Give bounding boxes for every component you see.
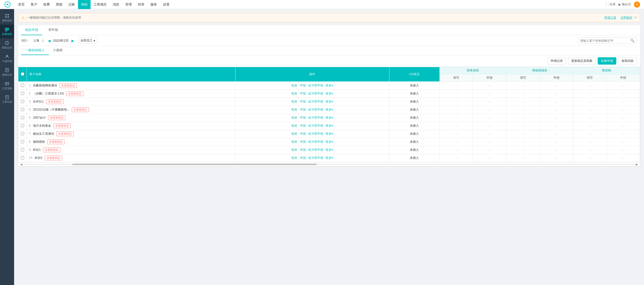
staff-select[interactable]: 全部员工 ▾ [78,37,97,44]
row-checkbox-8[interactable] [21,148,24,151]
op-link-declare[interactable]: 申报 [300,116,306,119]
collect-receipt-btn[interactable]: 收取回执 [618,57,637,65]
nav-settings[interactable]: 设置 [160,0,173,9]
op-link-zero-declare[interactable]: 设为零申报 [308,108,323,111]
row-checkbox-9[interactable] [21,156,24,159]
op-link-tax-form[interactable]: 税表 [291,84,297,87]
op-link-more[interactable]: 更多▾ [326,140,333,144]
nav-invoice[interactable]: 票据 [53,0,65,9]
nav-ledger[interactable]: 记账 [65,0,78,9]
op-link-tax-form[interactable]: 税表 [291,132,297,135]
svg-rect-2 [8,14,9,15]
op-link-zero-declare[interactable]: 设为零申报 [308,116,323,119]
row-checkbox-2[interactable] [21,100,24,103]
nav-home[interactable]: 首页 [15,0,28,9]
op-link-tax-form[interactable]: 税表 [291,140,297,144]
row-checkbox-5[interactable] [21,124,24,127]
row-checkbox-3[interactable] [21,108,24,111]
op-link-declare[interactable]: 申报 [300,84,306,87]
op-link-declare[interactable]: 申报 [300,148,306,152]
notice-link-2[interactable]: 立即购买 [620,16,632,20]
row-checkbox-0[interactable] [21,84,24,87]
op-link-tax-form[interactable]: 税表 [291,124,297,127]
row-checkbox-6[interactable] [21,132,24,135]
sidebar-item-settlement[interactable]: 汇算清缴 [0,79,14,92]
nav-customer[interactable]: 客户 [28,0,40,9]
nav-messages[interactable]: 消息 [110,0,122,9]
vip-btn[interactable]: ▶ 畅会员 [619,2,631,7]
type-tab-small[interactable]: 小规模 [49,46,67,55]
op-link-more[interactable]: 更多▾ [326,156,333,160]
horizontal-scrollbar[interactable]: ◀ ▶ [18,162,640,166]
search-input[interactable] [578,38,628,43]
op-link-tax-form[interactable]: 税表 [291,108,297,111]
op-link-declare[interactable]: 申报 [300,108,306,111]
nav-billing[interactable]: 收费 [40,0,53,9]
user-avatar[interactable]: 用 [634,2,640,8]
date-prev-btn[interactable]: ◀ [47,38,52,43]
sidebar-label-batch-tax: 批量报税 [2,33,12,36]
svg-point-9 [6,55,8,57]
op-link-zero-declare[interactable]: 设为零申报 [308,92,323,95]
fullscreen-btn[interactable]: ⛶ 全屏 [606,2,616,7]
batch-declare-btn[interactable]: 批量申报 [598,57,616,65]
op-link-more[interactable]: 更多▾ [326,124,333,127]
op-link-declare[interactable]: 申报 [300,156,306,160]
op-link-zero-declare[interactable]: 设为零申报 [308,140,323,144]
row-other-report: — [607,106,640,114]
region-info-icon[interactable]: ℹ [42,39,44,42]
nav-operations[interactable]: 经营 [135,0,147,9]
row-number: 10 [29,156,32,160]
search-button[interactable]: 🔍 [628,38,637,43]
nav-services[interactable]: 服务 [147,0,160,9]
sidebar-item-overview[interactable]: 报税总览 [0,38,14,52]
notice-close-btn[interactable]: × [634,15,637,20]
sidebar-item-annual-report[interactable]: 工商年报 [0,92,14,106]
row-checkbox-7[interactable] [21,140,24,143]
date-next-btn[interactable]: ▶ [70,38,75,43]
sidebar-item-personal-tax[interactable]: 个税申报 [0,52,14,65]
op-link-more[interactable]: 更多▾ [326,108,333,111]
op-link-more[interactable]: 更多▾ [326,132,333,135]
type-tab-general[interactable]: 一般的纳税人 [21,46,49,55]
tab-zero-declaration[interactable]: 零申报 [44,25,62,35]
op-link-tax-form[interactable]: 税表 [291,100,297,103]
sidebar-item-tax-records[interactable]: 报税记录 [0,65,14,79]
notice-link-1[interactable]: 申报汇签 [604,16,616,20]
op-link-declare[interactable]: 申报 [300,100,306,103]
op-link-zero-declare[interactable]: 设为零申报 [308,100,323,103]
scroll-left-arrow[interactable]: ◀ [20,163,22,166]
update-tax-btn[interactable]: 更新税定及取数 [568,57,596,65]
row-customer-name: 科目1 [33,148,41,152]
select-all-checkbox[interactable] [21,72,24,76]
op-link-declare[interactable]: 申报 [300,92,306,95]
op-link-tax-form[interactable]: 税表 [291,148,297,152]
op-link-declare[interactable]: 申报 [300,140,306,144]
op-link-more[interactable]: 更多▾ [326,148,333,152]
op-link-zero-declare[interactable]: 设为零申报 [308,124,323,127]
op-link-more[interactable]: 更多▾ [326,116,333,119]
op-link-more[interactable]: 更多▾ [326,92,333,95]
declaration-records-btn[interactable]: 申报记录 [547,57,566,65]
op-link-declare[interactable]: 申报 [300,132,306,135]
sidebar-item-tax-settings[interactable]: 报税设置 [0,11,14,25]
op-link-more[interactable]: 更多▾ [326,84,333,87]
nav-management[interactable]: 管理 [122,0,135,9]
op-link-tax-form[interactable]: 税表 [291,92,297,95]
op-link-more[interactable]: 更多▾ [326,100,333,103]
tab-tax-declaration[interactable]: 税款申报 [21,25,42,35]
nav-tax[interactable]: 报税 [78,0,91,9]
op-link-zero-declare[interactable]: 设为零申报 [308,148,323,152]
scroll-right-arrow[interactable]: ▶ [636,163,638,166]
op-link-zero-declare[interactable]: 设为零申报 [308,84,323,87]
op-link-zero-declare[interactable]: 设为零申报 [308,132,323,135]
row-checkbox-1[interactable] [21,92,24,95]
op-link-zero-declare[interactable]: 设为零申报 [308,156,323,160]
op-link-declare[interactable]: 申报 [300,124,306,127]
nav-business[interactable]: 工商项目 [91,0,110,9]
sidebar-item-batch-tax[interactable]: 批量报税 [0,25,14,38]
op-link-tax-form[interactable]: 税表 [291,156,297,160]
op-link-tax-form[interactable]: 税表 [291,116,297,119]
scroll-bar-track[interactable] [23,164,635,165]
row-checkbox-4[interactable] [21,116,24,119]
